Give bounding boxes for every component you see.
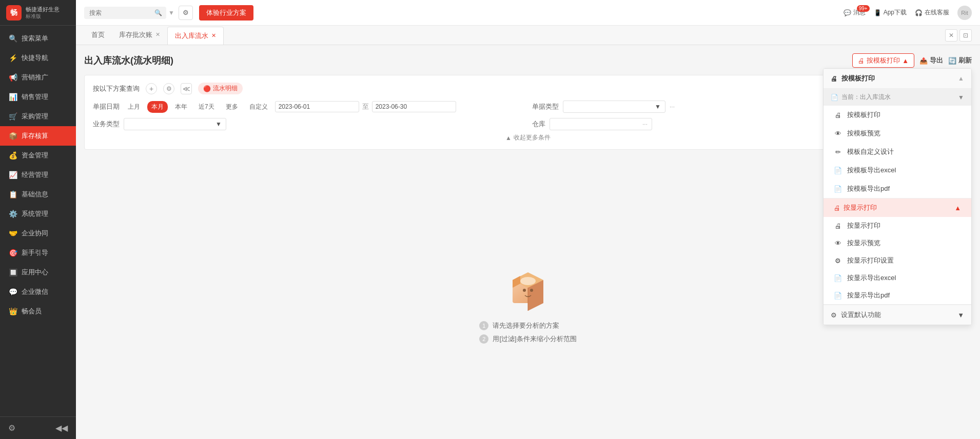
settings-footer-icon[interactable]: ⚙ [8, 423, 15, 433]
empty-illustration [502, 260, 554, 311]
dropdown-item-display-export-excel[interactable]: 📄 按显示导出excel [824, 269, 971, 287]
business-type-select[interactable]: ▼ [124, 118, 226, 130]
date-shortcut-this-year[interactable]: 本年 [171, 101, 191, 113]
display-preview-icon: 👁 [834, 239, 842, 247]
message-icon: 💬 [844, 9, 851, 16]
sidebar-item-inventory[interactable]: 📦 库存核算 [0, 126, 76, 146]
type-select[interactable]: ▼ [563, 101, 665, 113]
excel-template-icon: 📄 [834, 166, 842, 174]
printer-icon: 🖨 [858, 57, 865, 65]
search-icon: 🔍 [8, 34, 17, 43]
date-shortcut-7days[interactable]: 近7天 [194, 101, 219, 113]
sidebar-item-system[interactable]: ⚙️ 系统管理 [0, 204, 76, 224]
sidebar-item-guide[interactable]: 🎯 新手引导 [0, 243, 76, 263]
date-shortcut-more[interactable]: 更多 [222, 101, 242, 113]
sidebar-item-app-center[interactable]: 🔲 应用中心 [0, 263, 76, 282]
print-template-btn[interactable]: 🖨 按模板打印 ▲ [852, 53, 914, 68]
date-to-input[interactable] [372, 101, 456, 112]
business-type-group: 业务类型 ▼ [93, 118, 524, 130]
dropdown-footer[interactable]: ⚙ 设置默认功能 ▼ [824, 305, 971, 325]
handshake-icon: 🤝 [8, 229, 17, 238]
headset-icon: 🎧 [915, 9, 923, 16]
topbar-right: 💬 消息 99+ 📱 App下载 🎧 在线客服 Rit [844, 6, 972, 20]
dropdown-item-template-design[interactable]: ✏ 模板自定义设计 [824, 143, 971, 161]
main-area: 🔍 ▼ ⚙ 体验行业方案 💬 消息 99+ 📱 App下载 🎧 在线客服 R [76, 0, 980, 439]
sidebar-item-purchase[interactable]: 🛒 采购管理 [0, 107, 76, 126]
user-avatar: Rit [957, 6, 972, 20]
date-from-input[interactable] [275, 101, 359, 112]
chevron-down-icon: ▼ [655, 103, 661, 110]
filter-add-btn[interactable]: + [146, 83, 157, 94]
tab-batch-account[interactable]: 库存批次账 ✕ [112, 26, 167, 45]
online-service-btn[interactable]: 🎧 在线客服 [915, 8, 949, 17]
sidebar-item-enterprise[interactable]: 🤝 企业协同 [0, 224, 76, 243]
tab-flow[interactable]: 出入库流水 ✕ [167, 27, 224, 45]
dropdown-item-display-print[interactable]: 🖨 按显示打印 [824, 217, 971, 234]
search-icon: 🔍 [154, 9, 162, 16]
close-all-btn[interactable]: ✕ [945, 29, 957, 42]
tabbar: 首页 库存批次账 ✕ 出入库流水 ✕ ✕ ⊡ [76, 26, 980, 45]
dropdown-item-display-print-settings[interactable]: ⚙ 按显示打印设置 [824, 252, 971, 269]
chevron-up-icon: ▲ [902, 57, 909, 65]
dropdown-item-print-template[interactable]: 🖨 按模板打印 [824, 106, 971, 124]
tabbar-controls: ✕ ⊡ [945, 29, 972, 42]
money-icon: 💰 [8, 151, 17, 160]
display-pdf-icon: 📄 [834, 291, 842, 300]
date-shortcut-this-month[interactable]: 本月 [147, 101, 168, 113]
sidebar-item-membership[interactable]: 👑 畅会员 [0, 302, 76, 321]
sidebar-item-operations[interactable]: 📈 经营管理 [0, 165, 76, 185]
app-download-btn[interactable]: 📱 App下载 [874, 8, 907, 17]
refresh-icon: 🔄 [948, 57, 956, 65]
filter-collapse-btn[interactable]: ≪ [181, 83, 192, 94]
sidebar-item-finance[interactable]: 💰 资金管理 [0, 146, 76, 165]
export-btn[interactable]: 📤 导出 [919, 56, 943, 65]
filter-settings-btn[interactable]: ⚙ [163, 83, 174, 94]
refresh-btn[interactable]: 🔄 刷新 [948, 56, 972, 65]
sidebar-item-wechat[interactable]: 💬 企业微信 [0, 282, 76, 302]
search-dropdown-icon[interactable]: ▼ [168, 9, 174, 16]
dropdown-item-display-export-pdf[interactable]: 📄 按显示导出pdf [824, 287, 971, 304]
sidebar: 畅 畅捷通好生意 标准版 🔍 搜索菜单 ⚡ 快捷导航 📢 营销推广 📊 销售管理… [0, 0, 76, 439]
sidebar-header: 畅 畅捷通好生意 标准版 [0, 0, 76, 26]
sidebar-item-basic-info[interactable]: 📋 基础信息 [0, 185, 76, 204]
dropdown-footer-arrow: ▼ [957, 311, 964, 319]
page-title-actions: 🖨 按模板打印 ▲ 📤 导出 🔄 刷新 [852, 53, 972, 68]
warehouse-more-btn[interactable]: ··· [642, 121, 648, 128]
display-print-icon: 🖨 [834, 222, 842, 230]
lightning-icon: ⚡ [8, 53, 17, 63]
pdf-template-icon: 📄 [834, 185, 842, 193]
search-input[interactable] [84, 7, 166, 19]
svg-point-5 [520, 277, 536, 285]
sidebar-item-quick-nav[interactable]: ⚡ 快捷导航 [0, 48, 76, 68]
hint-item-2: 2 用[过滤]条件来缩小分析范围 [479, 334, 576, 344]
tab-close-batch[interactable]: ✕ [155, 32, 160, 37]
filter-tag-icon: 🔴 [203, 85, 211, 92]
maximize-btn[interactable]: ⊡ [959, 29, 972, 42]
tab-home[interactable]: 首页 [84, 26, 112, 45]
sidebar-item-sales[interactable]: 📊 销售管理 [0, 87, 76, 107]
topbar-settings-btn[interactable]: ⚙ [179, 6, 193, 20]
dropdown-header-arrow[interactable]: ▲ [958, 75, 964, 82]
hint-item-1: 1 请先选择要分析的方案 [479, 321, 576, 330]
sidebar-item-marketing[interactable]: 📢 营销推广 [0, 68, 76, 87]
filter-tag-flow[interactable]: 🔴 流水明细 [198, 83, 243, 94]
dropdown-section2-header[interactable]: 🖨 按显示打印 ▲ [824, 198, 971, 217]
warehouse-select[interactable]: ··· [550, 118, 652, 130]
dropdown-item-display-preview[interactable]: 👁 按显示预览 [824, 234, 971, 252]
dropdown-item-preview-template[interactable]: 👁 按模板预览 [824, 124, 971, 143]
display-settings-icon: ⚙ [834, 256, 842, 265]
type-more-btn[interactable]: ··· [670, 103, 675, 110]
collapse-sidebar-icon[interactable]: ◀◀ [55, 423, 68, 433]
message-btn[interactable]: 💬 消息 99+ [844, 8, 866, 17]
trial-btn[interactable]: 体验行业方案 [199, 5, 253, 21]
sidebar-item-search[interactable]: 🔍 搜索菜单 [0, 29, 76, 48]
dropdown-item-export-excel-template[interactable]: 📄 按模板导出excel [824, 161, 971, 179]
gear-icon: ⚙️ [8, 209, 17, 218]
date-shortcut-last-month[interactable]: 上月 [124, 101, 144, 113]
dropdown-header: 🖨 按模板打印 ▲ [824, 69, 971, 89]
tab-close-flow[interactable]: ✕ [211, 33, 216, 38]
user-profile[interactable]: Rit [957, 6, 972, 20]
dropdown-item-export-pdf-template[interactable]: 📄 按模板导出pdf [824, 179, 971, 198]
date-shortcut-custom[interactable]: 自定义 [245, 101, 272, 113]
export-icon: 📤 [919, 57, 928, 65]
